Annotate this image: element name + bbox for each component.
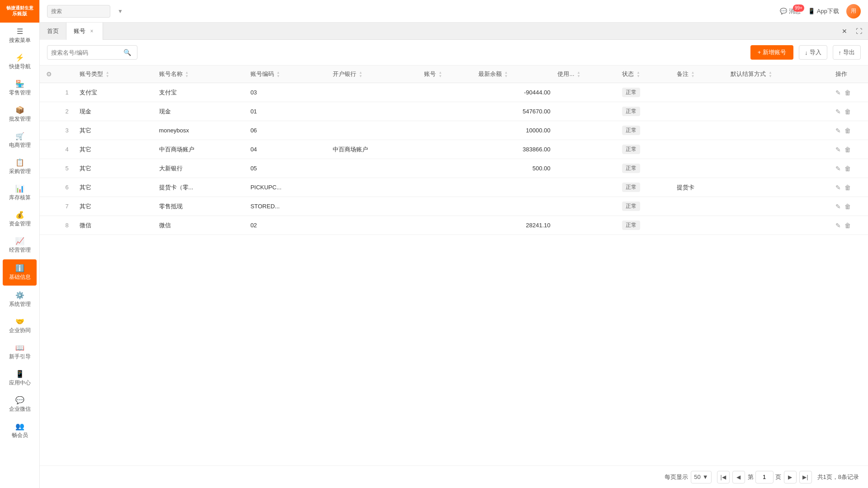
edit-button[interactable]: ✎	[835, 165, 841, 172]
row-account	[420, 178, 475, 197]
sidebar-icon-wholesale-mgmt: 📦	[15, 106, 24, 114]
row-settlement	[727, 102, 832, 121]
sidebar-item-basic-info[interactable]: ℹ️基础信息	[3, 259, 37, 286]
search-wrap: 🔍	[47, 45, 137, 60]
pagination: 每页显示 50 ▼ |◀ ◀ 第 页 ▶ ▶| 共1页，8条记录	[40, 465, 868, 488]
delete-button[interactable]: 🗑	[844, 203, 851, 210]
header-left: ▼	[47, 5, 123, 18]
row-account	[420, 159, 475, 178]
row-actions: ✎ 🗑	[832, 159, 868, 178]
row-bank	[329, 102, 420, 121]
import-button[interactable]: ↓ 导入	[799, 45, 827, 60]
row-status: 正常	[618, 197, 673, 216]
next-page-button[interactable]: ▶	[784, 471, 797, 483]
delete-button[interactable]: 🗑	[844, 165, 851, 172]
edit-button[interactable]: ✎	[835, 127, 841, 134]
delete-button[interactable]: 🗑	[844, 146, 851, 153]
row-usage	[554, 197, 618, 216]
first-page-button[interactable]: |◀	[717, 471, 730, 483]
col-index	[58, 66, 76, 83]
sidebar-item-enterprise-agreement[interactable]: 🤝企业协同	[0, 313, 39, 339]
row-code: 02	[247, 216, 329, 235]
tab-account[interactable]: 账号 ×	[66, 23, 103, 40]
app-download-button[interactable]: 📱 App下载	[808, 7, 839, 15]
sidebar-item-inventory-check[interactable]: 📊库存核算	[0, 180, 39, 206]
edit-button[interactable]: ✎	[835, 108, 841, 115]
edit-button[interactable]: ✎	[835, 184, 841, 191]
row-remark	[673, 83, 727, 102]
sidebar-label-finance-mgmt: 资金管理	[9, 220, 31, 228]
col-code: 账号编码 ▲▼	[247, 66, 329, 83]
prev-page-button[interactable]: ◀	[732, 471, 745, 483]
sidebar-item-purchase-mgmt[interactable]: 📋采购管理	[0, 154, 39, 180]
table-row: 8 微信 微信 02 28241.10 正常 ✎ 🗑	[40, 216, 868, 235]
edit-button[interactable]: ✎	[835, 146, 841, 153]
table-row: 2 现金 现金 01 547670.00 正常 ✎ 🗑	[40, 102, 868, 121]
tab-account-close[interactable]: ×	[88, 28, 95, 35]
table-row: 3 其它 moneybosx 06 10000.00 正常 ✎ 🗑	[40, 121, 868, 140]
tab-fullscreen-button[interactable]: ⛶	[854, 26, 864, 37]
messages-button[interactable]: 💬 消息 99+	[780, 7, 801, 15]
row-index: 7	[58, 197, 76, 216]
sidebar-label-app-center: 应用中心	[9, 379, 31, 387]
sidebar-icon-ops-mgmt: 📈	[15, 237, 24, 245]
logo-line1: 畅捷通财生意	[6, 5, 33, 11]
row-bank	[329, 197, 420, 216]
col-balance: 最新余额 ▲▼	[475, 66, 554, 83]
sidebar-item-ecommerce-mgmt[interactable]: 🛒电商管理	[0, 127, 39, 154]
tab-account-label: 账号	[74, 27, 85, 35]
last-page-button[interactable]: ▶|	[799, 471, 812, 483]
row-usage	[554, 140, 618, 159]
row-status: 正常	[618, 102, 673, 121]
row-type: 其它	[76, 178, 156, 197]
row-usage	[554, 159, 618, 178]
table-row: 1 支付宝 支付宝 03 -90444.00 正常 ✎ 🗑	[40, 83, 868, 102]
global-search-input[interactable]	[47, 5, 110, 18]
export-button[interactable]: ↑ 导出	[833, 45, 861, 60]
sidebar-label-basic-info: 基础信息	[9, 273, 31, 281]
delete-button[interactable]: 🗑	[844, 222, 851, 229]
table-row: 7 其它 零售抵现 STORED... 正常 ✎ 🗑	[40, 197, 868, 216]
row-code: 06	[247, 121, 329, 140]
account-search-input[interactable]	[51, 49, 123, 56]
delete-button[interactable]: 🗑	[844, 127, 851, 134]
sidebar-item-quick-nav[interactable]: ⚡快捷导航	[0, 49, 39, 75]
sidebar-item-app-center[interactable]: 📱应用中心	[0, 365, 39, 391]
sidebar-item-enterprise-wechat[interactable]: 💬企业微信	[0, 391, 39, 418]
edit-button[interactable]: ✎	[835, 89, 841, 96]
delete-button[interactable]: 🗑	[844, 89, 851, 96]
row-remark	[673, 159, 727, 178]
col-settings-icon[interactable]: ⚙	[46, 70, 52, 78]
tab-home[interactable]: 首页	[40, 23, 66, 40]
row-actions: ✎ 🗑	[832, 197, 868, 216]
col-bank: 开户银行 ▲▼	[329, 66, 420, 83]
tab-close-all-button[interactable]: ✕	[839, 26, 850, 37]
delete-button[interactable]: 🗑	[844, 108, 851, 115]
search-dropdown-icon[interactable]: ▼	[118, 8, 123, 14]
sidebar-item-system-mgmt[interactable]: ⚙️系统管理	[0, 286, 39, 313]
add-account-button[interactable]: + 新增账号	[750, 45, 793, 60]
sidebar-item-ops-mgmt[interactable]: 📈经营管理	[0, 232, 39, 258]
delete-button[interactable]: 🗑	[844, 184, 851, 191]
row-remark	[673, 197, 727, 216]
sidebar-item-search-order[interactable]: ☰搜索菜单	[0, 23, 39, 49]
sidebar-item-chang-member[interactable]: 👥畅会员	[0, 418, 39, 444]
col-name: 账号名称 ▲▼	[156, 66, 247, 83]
row-bank	[329, 121, 420, 140]
row-index: 6	[58, 178, 76, 197]
sidebar-item-wholesale-mgmt[interactable]: 📦批发管理	[0, 101, 39, 127]
sidebar-item-new-guide[interactable]: 📖新手引导	[0, 339, 39, 365]
edit-button[interactable]: ✎	[835, 203, 841, 210]
per-page-value: 50	[694, 474, 700, 480]
per-page-select[interactable]: 50 ▼	[691, 471, 711, 483]
table-row: 5 其它 大新银行 05 500.00 正常 ✎ 🗑	[40, 159, 868, 178]
edit-button[interactable]: ✎	[835, 222, 841, 229]
sidebar-item-retail-mgmt[interactable]: 🏪零售管理	[0, 75, 39, 101]
table-row: 4 其它 中百商场账户 04 中百商场账户 383866.00 正常 ✎ 🗑	[40, 140, 868, 159]
table-body: 1 支付宝 支付宝 03 -90444.00 正常 ✎ 🗑 2 现金 现金 01…	[40, 83, 868, 235]
sidebar-item-finance-mgmt[interactable]: 💰资金管理	[0, 206, 39, 232]
page-number-input[interactable]	[755, 471, 774, 483]
sidebar-icon-chang-member: 👥	[15, 422, 24, 431]
search-icon[interactable]: 🔍	[123, 49, 131, 56]
avatar[interactable]: 用	[846, 4, 861, 19]
